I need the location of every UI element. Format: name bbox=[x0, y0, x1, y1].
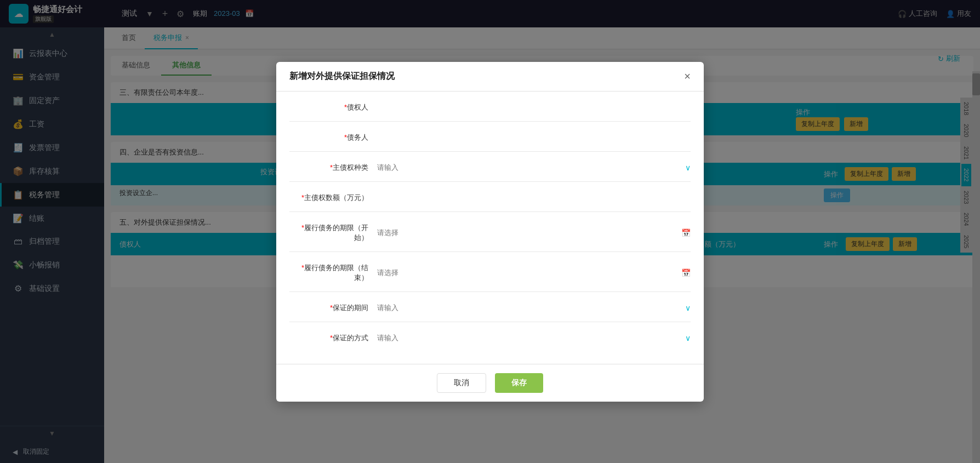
modal-footer: 取消 保存 bbox=[276, 364, 704, 402]
label-debtor: *债务人 bbox=[289, 133, 377, 142]
select-period-start: 📅 bbox=[377, 228, 691, 237]
field-guarantee-method: *保证的方式 ∨ bbox=[289, 333, 691, 352]
field-creditor: *债权人 bbox=[289, 102, 691, 122]
modal-body: *债权人 *债务人 *主债权种类 ∨ bbox=[276, 92, 704, 364]
select-guarantee-method: ∨ bbox=[377, 334, 691, 342]
label-creditor: *债权人 bbox=[289, 102, 377, 112]
label-claim-amount: *主债权数额（万元） bbox=[289, 193, 377, 203]
chevron-down-icon[interactable]: ∨ bbox=[685, 163, 691, 172]
chevron-method-icon[interactable]: ∨ bbox=[685, 334, 691, 342]
input-guarantee-method[interactable] bbox=[377, 334, 685, 342]
modal-dialog: 新增对外提供保证担保情况 × *债权人 *债务人 * bbox=[276, 62, 704, 402]
calendar-start-icon[interactable]: 📅 bbox=[681, 228, 691, 237]
label-claim-type: *主债权种类 bbox=[289, 163, 377, 173]
input-creditor[interactable] bbox=[377, 103, 691, 111]
field-guarantee-period: *保证的期间 ∨ bbox=[289, 303, 691, 322]
input-claim-type[interactable] bbox=[377, 163, 685, 172]
cancel-button[interactable]: 取消 bbox=[437, 373, 486, 393]
input-period-end[interactable] bbox=[377, 268, 681, 277]
field-period-start: *履行债务的期限（开始） 📅 bbox=[289, 223, 691, 252]
field-debtor: *债务人 bbox=[289, 133, 691, 152]
field-period-end: *履行债务的期限（结束） 📅 bbox=[289, 263, 691, 292]
label-period-start: *履行债务的期限（开始） bbox=[289, 223, 377, 243]
label-guarantee-period: *保证的期间 bbox=[289, 303, 377, 313]
calendar-end-icon[interactable]: 📅 bbox=[681, 268, 691, 277]
input-debtor[interactable] bbox=[377, 133, 691, 141]
chevron-period-icon[interactable]: ∨ bbox=[685, 304, 691, 312]
select-claim-type: ∨ bbox=[377, 163, 691, 172]
label-guarantee-method: *保证的方式 bbox=[289, 333, 377, 343]
input-period-start[interactable] bbox=[377, 228, 681, 237]
modal-header: 新增对外提供保证担保情况 × bbox=[276, 62, 704, 92]
field-claim-type: *主债权种类 ∨ bbox=[289, 163, 691, 182]
modal-close-btn[interactable]: × bbox=[684, 71, 691, 82]
field-claim-amount: *主债权数额（万元） bbox=[289, 193, 691, 212]
modal-title: 新增对外提供保证担保情况 bbox=[289, 71, 395, 82]
input-claim-amount[interactable] bbox=[377, 193, 691, 202]
select-guarantee-period: ∨ bbox=[377, 304, 691, 312]
save-button[interactable]: 保存 bbox=[495, 373, 543, 393]
modal-overlay: 新增对外提供保证担保情况 × *债权人 *债务人 * bbox=[0, 0, 980, 463]
label-period-end: *履行债务的期限（结束） bbox=[289, 263, 377, 283]
select-period-end: 📅 bbox=[377, 268, 691, 277]
input-guarantee-period[interactable] bbox=[377, 304, 685, 312]
